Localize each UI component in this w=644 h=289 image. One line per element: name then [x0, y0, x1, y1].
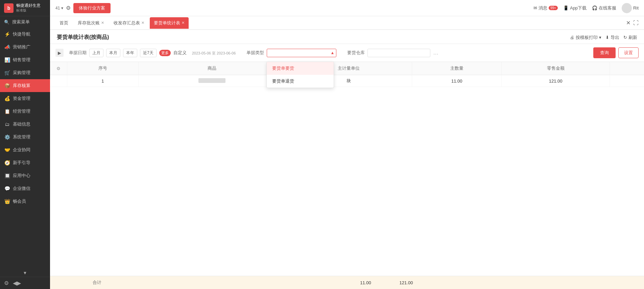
page-content: 要货单统计表(按商品) 🖨 按模板打印 ▾ ⬇ 导出 ↻ 刷新 ▶ — [50, 30, 644, 289]
sidebar-item-members[interactable]: 👑 畅会员 — [0, 195, 50, 208]
sidebar-item-basics[interactable]: 🗂 基础信息 — [0, 118, 50, 131]
more-date-tag[interactable]: 更多 — [159, 50, 171, 56]
close-all-tabs-icon[interactable]: ✕ — [626, 20, 630, 26]
nav-chevron-icon: ▾ — [61, 6, 63, 10]
message-item[interactable]: ✉ 消息 99+ — [533, 5, 558, 11]
warehouse-filter-group: 要货仓库 … — [347, 49, 438, 57]
settings-bottom-icon[interactable]: ⚙ — [4, 280, 9, 286]
this-month-btn[interactable]: 本月 — [106, 49, 120, 57]
gear-icon: ⚙ — [56, 66, 61, 71]
sidebar-item-sales[interactable]: 📊 销售管理 — [0, 53, 50, 66]
nav-count: 41 — [55, 6, 60, 10]
tab-order-stats-close[interactable]: ✕ — [182, 21, 185, 25]
this-year-btn[interactable]: 本年 — [123, 49, 137, 57]
filter-settings-button[interactable]: 设置 — [618, 47, 639, 58]
nav-select[interactable]: 41 ▾ — [55, 6, 63, 10]
table-row: 1 块 11.00 121.00 — [50, 75, 644, 87]
export-label: 导出 — [611, 35, 619, 41]
last-7-days-btn[interactable]: 近7天 — [140, 49, 157, 57]
app-center-icon: 🔲 — [4, 173, 10, 179]
sidebar-label-inventory: 库存核算 — [13, 83, 30, 89]
col-product-header: 商品 — [139, 62, 286, 75]
sidebar-label-basics: 基础信息 — [13, 121, 30, 127]
finance-icon: 💰 — [4, 95, 10, 102]
sidebar-item-marketing[interactable]: 📣 营销推广 — [0, 41, 50, 53]
tab-inventory-batch-label: 库存批次账 — [78, 20, 100, 26]
inventory-icon: 📦 — [4, 83, 10, 89]
refresh-icon: ↻ — [623, 35, 627, 40]
type-select-input[interactable] — [267, 49, 336, 57]
sidebar-item-inventory[interactable]: 📦 库存核算 — [0, 79, 50, 92]
sidebar-label-wechat: 企业微信 — [13, 185, 30, 192]
search-menu[interactable]: 🔍 搜索菜单 — [0, 16, 50, 28]
search-icon: 🔍 — [4, 20, 9, 25]
dropdown-item-order-return[interactable]: 要货单退货 — [267, 75, 334, 88]
data-table-wrapper: ⚙ 序号 商品 主计量单位 主数量 零售金额 1 — [50, 62, 644, 276]
col-extra-header — [610, 62, 644, 75]
expand-tabs-icon[interactable]: ⛶ — [633, 20, 639, 26]
sidebar-label-app-center: 应用中心 — [13, 173, 30, 179]
marketing-icon: 📣 — [4, 44, 10, 50]
sidebar-item-app-center[interactable]: 🔲 应用中心 — [0, 169, 50, 182]
warehouse-input[interactable] — [367, 49, 430, 57]
export-action[interactable]: ⬇ 导出 — [605, 35, 619, 41]
tab-inventory-batch[interactable]: 库存批次账 ✕ — [74, 17, 108, 29]
data-table: ⚙ 序号 商品 主计量单位 主数量 零售金额 1 — [50, 62, 644, 87]
refresh-action[interactable]: ↻ 刷新 — [623, 35, 637, 41]
tab-inventory-batch-close[interactable]: ✕ — [101, 21, 104, 25]
phone-icon: 📱 — [563, 5, 569, 10]
online-service-item[interactable]: 🎧 在线客服 — [592, 5, 616, 11]
quick-nav-icon: ⚡ — [4, 31, 10, 37]
sidebar-item-system[interactable]: ⚙️ 系统管理 — [0, 131, 50, 143]
tab-recv-summary[interactable]: 收发存汇总表 ✕ — [110, 17, 148, 29]
sidebar-item-operations[interactable]: 📋 经营管理 — [0, 105, 50, 118]
col-amount-header: 零售金额 — [502, 62, 610, 75]
print-label: 按模板打印 — [576, 35, 598, 41]
message-icon: ✉ — [533, 5, 537, 10]
print-action[interactable]: 🖨 按模板打印 ▾ — [570, 35, 601, 41]
col-gear-header[interactable]: ⚙ — [50, 62, 67, 75]
sidebar-item-guide[interactable]: 🧭 新手引导 — [0, 156, 50, 169]
sidebar-label-members: 畅会员 — [13, 198, 26, 204]
filter-bar: ▶ 单据日期 上月 本月 本年 近7天 更多 自定义 2023-05-06 至 … — [50, 44, 644, 62]
filter-actions: 查询 设置 — [593, 47, 639, 58]
dropdown-item-order-goods[interactable]: 要货单要货 — [267, 62, 334, 75]
last-month-btn[interactable]: 上月 — [89, 49, 103, 57]
app-download-label: App下载 — [570, 5, 587, 11]
sidebar-item-wechat[interactable]: 💬 企业微信 — [0, 182, 50, 195]
sidebar-label-finance: 资金管理 — [13, 95, 30, 102]
sidebar-scroll-down[interactable]: ▼ — [0, 269, 50, 277]
cell-product — [139, 75, 286, 87]
tab-home[interactable]: 首页 — [55, 17, 72, 29]
export-icon: ⬇ — [605, 35, 609, 40]
page-header: 要货单统计表(按商品) 🖨 按模板打印 ▾ ⬇ 导出 ↻ 刷新 — [50, 30, 644, 44]
sidebar-item-purchase[interactable]: 🛒 采购管理 — [0, 66, 50, 79]
query-button[interactable]: 查询 — [593, 47, 616, 58]
topbar-settings-icon[interactable]: ⚙ — [66, 5, 71, 11]
user-name: Rit — [633, 5, 639, 10]
custom-date-btn[interactable]: 自定义 — [173, 50, 187, 56]
sidebar-item-finance[interactable]: 💰 资金管理 — [0, 92, 50, 105]
sales-icon: 📊 — [4, 57, 10, 63]
sidebar-label-purchase: 采购管理 — [13, 70, 30, 76]
type-filter-group: 单据类型 ▲ — [246, 49, 336, 57]
tab-recv-summary-close[interactable]: ✕ — [141, 21, 144, 25]
sidebar-item-quick-nav[interactable]: ⚡ 快捷导航 — [0, 28, 50, 41]
type-filter-label: 单据类型 — [246, 50, 264, 56]
tab-order-stats[interactable]: 要货单统计表 ✕ — [150, 17, 189, 29]
refresh-label: 刷新 — [628, 35, 637, 41]
sidebar-item-enterprise[interactable]: 🤝 企业协同 — [0, 143, 50, 156]
sidebar-label-operations: 经营管理 — [13, 108, 30, 114]
user-avatar-item[interactable]: Rit — [622, 3, 639, 13]
enterprise-icon: 🤝 — [4, 147, 10, 153]
col-seq-header: 序号 — [67, 62, 139, 75]
filter-expand-button[interactable]: ▶ — [55, 49, 64, 57]
headset-icon: 🎧 — [592, 5, 597, 10]
tabs-bar: 首页 库存批次账 ✕ 收发存汇总表 ✕ 要货单统计表 ✕ ✕ ⛶ — [50, 16, 644, 30]
try-button[interactable]: 体验行业方案 — [73, 3, 111, 13]
collapse-sidebar-icon[interactable]: ◀▶ — [13, 280, 21, 286]
warehouse-more-icon[interactable]: … — [433, 50, 438, 56]
sidebar-label-sales: 销售管理 — [13, 57, 30, 63]
topbar-left: 41 ▾ ⚙ 体验行业方案 — [55, 3, 529, 13]
app-download-item[interactable]: 📱 App下载 — [563, 5, 587, 11]
